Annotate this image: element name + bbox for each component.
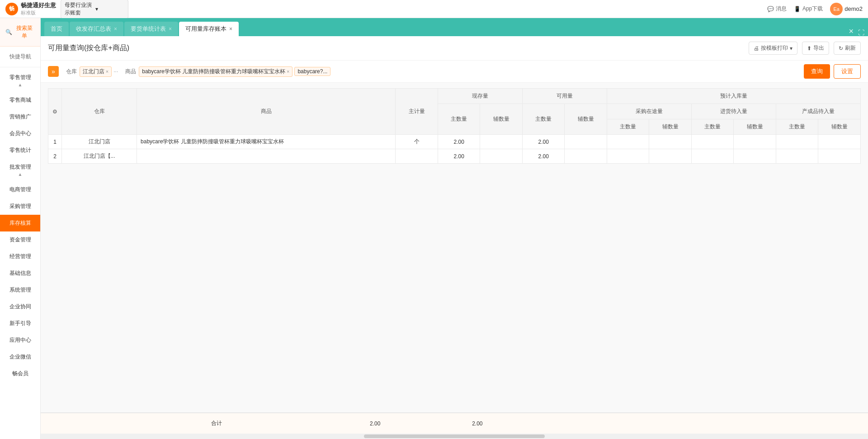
cell-no: 2 [48,149,62,164]
product-tag-0[interactable]: babycare学饮杯 儿童防摔防撞吸管杯重力球吸嘴杯宝宝水杯 × [139,66,292,77]
user-profile[interactable]: Ea demo2 [830,3,863,15]
app-download-action[interactable]: 📱 App下载 [794,5,823,13]
col-product: 商品 [137,89,396,135]
industry-selector[interactable]: 母婴行业演示账套 ▾ [61,0,128,19]
tab-receive[interactable]: 收发存汇总表× [70,22,123,36]
col-avail-main: 主数量 [522,104,565,135]
chevron-down-icon: ▾ [790,45,793,52]
top-bar: 畅 畅捷通好生意 标准版 母婴行业演示账套 ▾ 💬 消息 📱 App下载 Ea … [0,0,868,18]
sidebar-item-purchase[interactable]: 采购管理 [0,198,40,215]
col-unit: 主计量 [396,89,438,135]
footer-prod-main [759,417,810,430]
sidebar-item-finance[interactable]: 资金管理 [0,231,40,248]
app-icon: 📱 [794,6,801,12]
sidebar-item-ecommerce[interactable]: 电商管理 [0,181,40,198]
footer-prod-aux [810,417,861,430]
warehouse-more[interactable]: ··· [113,68,118,75]
sidebar-nav: 快捷导航 [0,47,40,67]
cell-product [137,149,396,164]
cell-transit-main [691,135,734,149]
sidebar-item-retail[interactable]: 零售管理▲ [0,69,40,92]
tab-close-receive[interactable]: × [114,26,117,32]
remove-product-tag-0[interactable]: × [287,69,289,74]
cell-transit-aux [734,135,776,149]
sidebar-item-wechat[interactable]: 企业微信 [0,349,40,365]
col-current-aux: 辅数量 [480,104,523,135]
search-menu-button[interactable]: 🔍 搜索菜单 [4,23,37,42]
cell-warehouse: 江北门店【... [62,149,137,164]
table-row: 2 江北门店【... 2.00 2.00 [48,149,861,164]
filter-expand-button[interactable]: » [48,66,59,77]
refresh-icon: ↻ [839,45,843,52]
settings-button[interactable]: 设置 [834,64,861,79]
warehouse-tag-0[interactable]: 江北门店 × [80,66,112,77]
table-footer: 合计 2.00 2.00 [41,412,868,434]
sidebar-item-marketing[interactable]: 营销推广 [0,109,40,125]
sidebar-item-newbie[interactable]: 新手引导 [0,315,40,332]
page-header: 可用量查询(按仓库+商品) 🖨 按模板打印 ▾ ⬆ 导出 ↻ 刷新 [41,36,868,61]
col-purchase-main: 主数量 [607,119,649,135]
sidebar-item-quick-nav[interactable]: 快捷导航 [0,49,40,64]
footer-transit-main [656,417,708,430]
sidebar-search: 🔍 搜索菜单 [0,18,40,47]
message-action[interactable]: 💬 消息 [767,5,787,13]
tab-home[interactable]: 首页 [44,22,69,36]
template-print-button[interactable]: 🖨 按模板打印 ▾ [749,42,797,55]
product-tag-1[interactable]: babycare?... [294,67,330,76]
print-icon: 🖨 [754,45,759,52]
cell-purchase-main [607,149,649,164]
cell-avail-main: 2.00 [522,149,565,164]
top-bar-right: 💬 消息 📱 App下载 Ea demo2 [767,3,863,15]
tab-close-available[interactable]: × [229,26,232,32]
col-purchase: 采购在途量 [607,104,691,119]
chevron-down-icon: ▾ [95,6,124,12]
cell-transit-aux [734,149,776,164]
cell-prod-aux [818,135,861,149]
export-button[interactable]: ⬆ 导出 [802,42,829,55]
cell-purchase-aux [649,135,692,149]
tab-bar: 首页收发存汇总表×要货单统计表×可用量库存账本××⛶ [41,18,868,36]
cell-warehouse: 江北门店 [62,135,137,149]
col-warehouse: 仓库 [62,89,137,135]
tab-maximize[interactable]: ⛶ [858,29,864,36]
sidebar-item-inventory[interactable]: 库存核算 [0,215,40,231]
refresh-button[interactable]: ↻ 刷新 [834,42,861,55]
sidebar-item-wholesale[interactable]: 批发管理▲ [0,159,40,181]
query-button[interactable]: 查询 [804,64,830,79]
cell-unit [396,149,438,164]
tab-order[interactable]: 要货单统计表× [124,22,178,36]
sidebar-item-retail_stats[interactable]: 零售统计 [0,142,40,159]
col-prod-aux: 辅数量 [818,119,861,135]
footer-transit-aux [708,417,759,430]
product-label: 商品 [125,68,136,76]
warehouse-tags: 江北门店 × ··· [80,66,118,77]
top-bar-left: 畅 畅捷通好生意 标准版 母婴行业演示账套 ▾ [5,0,128,19]
warehouse-filter-group: 仓库 江北门店 × ··· [66,66,118,77]
sidebar-item-retail_mall[interactable]: 零售商城 [0,92,40,109]
product-filter-group: 商品 babycare学饮杯 儿童防摔防撞吸管杯重力球吸嘴杯宝宝水杯 × bab… [125,66,330,77]
brand-logo: 畅 畅捷通好生意 标准版 [5,1,56,16]
cell-avail-aux [565,135,607,149]
footer-label: 合计 [125,417,309,430]
footer-empty-warehouse [63,417,125,430]
cell-current-aux [480,149,523,164]
tab-close-all[interactable]: × [845,27,857,36]
sidebar-item-member2[interactable]: 畅会员 [0,365,40,382]
sidebar-item-member[interactable]: 会员中心 [0,125,40,142]
tab-close-order[interactable]: × [169,26,172,32]
footer-avail-aux [503,417,554,430]
tab-available[interactable]: 可用量库存账本× [179,22,239,36]
brand-name: 畅捷通好生意 [21,1,56,9]
sidebar-item-system[interactable]: 系统管理 [0,282,40,298]
cell-current-aux [480,135,523,149]
sidebar-item-basic[interactable]: 基础信息 [0,265,40,282]
col-current-stock: 现存量 [438,89,522,104]
col-settings[interactable]: ⚙ [48,89,62,135]
sidebar-item-operations[interactable]: 经营管理 [0,248,40,265]
footer-purchase-aux [605,417,656,430]
sidebar-item-apps[interactable]: 应用中心 [0,332,40,349]
table-scroll-bar[interactable] [41,434,868,439]
col-transit: 进货待入量 [691,104,776,119]
sidebar-item-enterprise[interactable]: 企业协同 [0,298,40,315]
remove-warehouse-tag[interactable]: × [106,69,108,74]
